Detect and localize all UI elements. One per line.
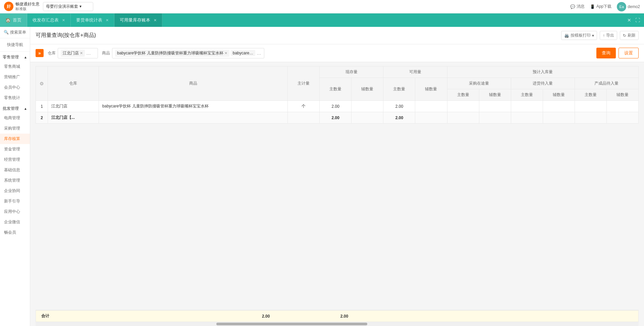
table-row: 2 江北门店【... 2.00 2.00: [36, 112, 639, 124]
sidebar-item-xitong[interactable]: 系统管理: [0, 175, 30, 186]
sidebar-item-lingshao-shangcheng[interactable]: 零售商城: [0, 61, 30, 72]
col-pur-aux: 辅数量: [479, 89, 511, 101]
sidebar-item-jichu[interactable]: 基础信息: [0, 165, 30, 175]
row1-avail-main: 2.00: [383, 101, 415, 112]
gear-icon[interactable]: ⚙: [40, 81, 44, 86]
nav-spacer: [162, 13, 623, 27]
row2-product: [99, 112, 287, 124]
warehouse-input[interactable]: 江北门店 ✕ …: [58, 48, 98, 58]
row2-in-aux: [543, 112, 575, 124]
message-btn[interactable]: 💬 消息: [570, 4, 585, 9]
page-header: 可用量查询(按仓库+商品) 🖨️ 按模板打印 ▾ ↑ 导出 ↻ 刷新: [30, 27, 644, 44]
sidebar-item-dianshang[interactable]: 电商管理: [0, 113, 30, 123]
sidebar-section-pifa[interactable]: 批发管理 ▲: [0, 103, 30, 113]
template-print-caret: ▾: [592, 33, 594, 38]
col-warehouse: 仓库: [48, 66, 99, 101]
sidebar-quick-nav[interactable]: 快捷导航: [0, 40, 30, 50]
download-btn[interactable]: 📱 App下载: [590, 4, 611, 9]
table-row: 1 江北门店 babycare学饮杯 儿童防摔防撞吸管杯重力球吸嘴杯宝宝水杯 个…: [36, 101, 639, 112]
filter-product-field: 商品 babycare学饮杯 儿童防摔防撞吸管杯重力球吸嘴杯宝宝水杯 ✕ bab…: [102, 48, 264, 58]
row1-warehouse: 江北门店: [48, 101, 99, 112]
sidebar-item-jingying[interactable]: 经营管理: [0, 154, 30, 165]
filter-expand-btn[interactable]: »: [36, 49, 44, 57]
col-avail-aux: 辅数量: [415, 78, 447, 101]
row2-in-main: [511, 112, 543, 124]
tab-keyongliang-close[interactable]: ✕: [154, 18, 157, 22]
tab-keyongliang[interactable]: 可用量库存账本 ✕: [114, 13, 162, 27]
query-btn[interactable]: 查询: [596, 48, 616, 58]
sidebar-section-lingshao[interactable]: 零售管理 ▲: [0, 52, 30, 61]
top-bar-right: 💬 消息 📱 App下载 Ea demo2: [570, 2, 640, 11]
col-incoming: 进货待入量: [511, 78, 575, 89]
row1-avail-aux: [415, 101, 447, 112]
row1-pur-main: [447, 101, 479, 112]
user-name: demo2: [628, 4, 640, 9]
export-btn[interactable]: ↑ 导出: [600, 31, 617, 40]
page-title: 可用量查询(按仓库+商品): [36, 32, 96, 43]
close-all-tabs-btn[interactable]: ✕: [626, 17, 633, 24]
sidebar: 🔍 搜索菜单 快捷导航 零售管理 ▲ 零售商城 营销推广 会员中心 零售统计 批…: [0, 27, 30, 326]
print-icon: 🖨️: [564, 33, 569, 38]
lingshao-caret: ▲: [24, 55, 27, 59]
row1-product: babycare学饮杯 儿童防摔防撞吸管杯重力球吸嘴杯宝宝水杯: [99, 101, 287, 112]
col-available: 可用量: [383, 66, 447, 78]
col-avail-main: 主数量: [383, 78, 415, 101]
message-icon: 💬: [570, 4, 575, 9]
logo-area: 好 畅捷通好生意 标准版: [4, 2, 40, 11]
sidebar-item-qiyeweixin[interactable]: 企业微信: [0, 217, 30, 227]
row2-index: 2: [36, 112, 48, 124]
scrollbar-thumb[interactable]: [216, 323, 367, 325]
tab-shoufacun[interactable]: 收发存汇总表 ✕: [27, 13, 71, 27]
product-dots[interactable]: …: [257, 50, 261, 56]
sidebar-item-huiyuan[interactable]: 会员中心: [0, 82, 30, 93]
main-layout: 🔍 搜索菜单 快捷导航 零售管理 ▲ 零售商城 营销推广 会员中心 零售统计 批…: [0, 27, 644, 326]
tab-yaohuo[interactable]: 要货单统计表 ✕: [71, 13, 114, 27]
template-print-btn[interactable]: 🖨️ 按模板打印 ▾: [561, 31, 597, 40]
warehouse-remove-btn[interactable]: ✕: [80, 51, 83, 55]
product-input[interactable]: babycare学饮杯 儿童防摔防撞吸管杯重力球吸嘴杯宝宝水杯 ✕ babyca…: [112, 48, 264, 58]
scrollbar-row[interactable]: [36, 322, 639, 326]
filter-warehouse-field: 仓库 江北门店 ✕ …: [48, 48, 98, 58]
row2-stock-main: 2.00: [320, 112, 352, 124]
warehouse-dots[interactable]: …: [86, 50, 91, 56]
col-in-aux: 辅数量: [543, 89, 575, 101]
footer-avail-main: 2.00: [325, 314, 364, 319]
sidebar-item-qiye[interactable]: 企业协同: [0, 186, 30, 196]
logo-text-block: 畅捷通好生意 标准版: [15, 2, 40, 11]
download-label: App下载: [596, 4, 611, 9]
warehouse-tag: 江北门店 ✕: [61, 50, 85, 57]
product-remove-btn1[interactable]: ✕: [224, 51, 227, 55]
tab-yaohuo-close[interactable]: ✕: [106, 18, 109, 22]
sidebar-item-changhui[interactable]: 畅会员: [0, 227, 30, 238]
product-tag2: babycare…: [231, 50, 255, 56]
logo-icon: 好: [4, 2, 13, 11]
col-settings: ⚙: [36, 66, 48, 101]
account-selector[interactable]: 母婴行业演示账套 ▾: [43, 2, 93, 11]
product-value2: babycare…: [233, 51, 253, 55]
home-icon: 🏠: [5, 18, 11, 23]
user-area[interactable]: Ea demo2: [617, 2, 640, 11]
footer-stock-main: 2.00: [246, 314, 285, 319]
sidebar-item-yingxiao[interactable]: 营销推广: [0, 72, 30, 82]
settings-btn[interactable]: 设置: [619, 48, 639, 58]
fullscreen-btn[interactable]: ⛶: [634, 17, 641, 24]
tab-home[interactable]: 🏠 首页: [0, 13, 27, 27]
sidebar-search[interactable]: 🔍 搜索菜单: [0, 27, 30, 38]
sidebar-item-zijin[interactable]: 资金管理: [0, 144, 30, 154]
search-icon: 🔍: [4, 30, 9, 35]
table-header-row-1: ⚙ 仓库 商品 主计量 现存量 可用量 预计入库量: [36, 66, 639, 78]
sidebar-item-caigou[interactable]: 采购管理: [0, 123, 30, 134]
col-pur-main: 主数量: [447, 89, 479, 101]
sidebar-item-yingyong[interactable]: 应用中心: [0, 206, 30, 217]
top-bar-left: 好 畅捷通好生意 标准版 母婴行业演示账套 ▾: [4, 2, 93, 11]
sidebar-item-lingshao-tongji[interactable]: 零售统计: [0, 93, 30, 103]
row1-in-aux: [543, 101, 575, 112]
row2-avail-main: 2.00: [383, 112, 415, 124]
row1-prod-main: [575, 101, 606, 112]
sidebar-item-kucun[interactable]: 库存核算: [0, 134, 30, 144]
tab-shoufacun-label: 收发存汇总表: [33, 17, 59, 23]
sidebar-item-xinshou[interactable]: 新手引导: [0, 196, 30, 206]
tab-shoufacun-close[interactable]: ✕: [62, 18, 65, 22]
refresh-btn[interactable]: ↻ 刷新: [620, 31, 639, 40]
col-prod-main: 主数量: [575, 89, 606, 101]
